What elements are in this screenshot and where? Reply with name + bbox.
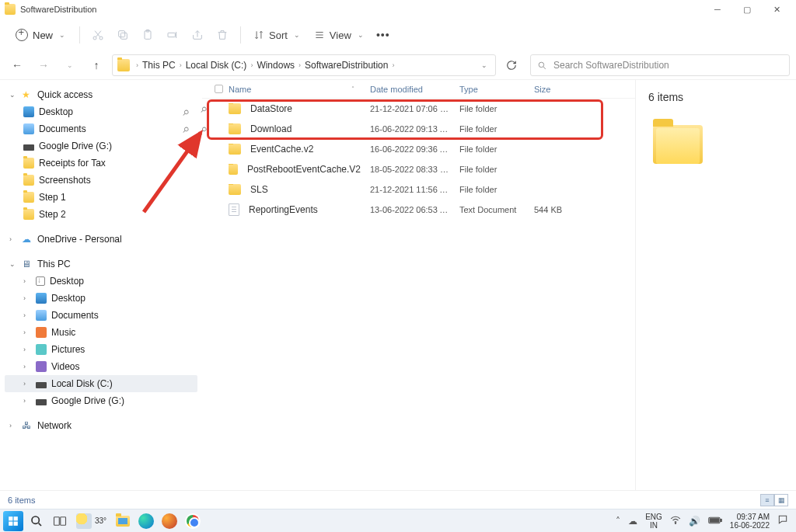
file-row[interactable]: ReportingEvents13-06-2022 06:53 AMText D… <box>202 200 635 220</box>
sidebar-item-desktop[interactable]: ›Desktop <box>5 290 197 307</box>
expand-icon[interactable]: › <box>23 329 31 336</box>
copy-button[interactable] <box>111 23 134 47</box>
volume-icon[interactable]: 🔊 <box>689 516 700 527</box>
expand-icon[interactable]: › <box>23 294 31 302</box>
sidebar-quick-access[interactable]: ⌄ ★ Quick access <box>5 86 197 103</box>
sidebar-item-pictures[interactable]: ›Pictures <box>5 341 197 358</box>
back-button[interactable]: ← <box>6 54 28 76</box>
separator <box>79 26 80 43</box>
start-button[interactable] <box>3 511 23 531</box>
close-button[interactable]: ✕ <box>762 0 791 19</box>
expand-icon[interactable]: › <box>23 277 31 285</box>
sidebar-item-desktop[interactable]: ›Desktop <box>5 273 197 290</box>
sidebar-item-step-1[interactable]: Step 1 <box>5 189 197 206</box>
expand-icon[interactable]: › <box>9 235 17 243</box>
rename-button[interactable] <box>161 23 184 47</box>
delete-button[interactable] <box>211 23 234 47</box>
notifications-icon[interactable] <box>777 514 788 527</box>
file-row[interactable]: PostRebootEventCache.V218-05-2022 08:33 … <box>202 159 635 179</box>
forward-button[interactable]: → <box>33 54 54 76</box>
expand-icon[interactable]: › <box>23 311 31 319</box>
up-button[interactable]: ↑ <box>86 54 107 76</box>
file-name-cell: SLS <box>224 184 365 195</box>
task-view-button[interactable] <box>50 511 70 531</box>
file-type-cell: File folder <box>455 165 529 174</box>
column-name[interactable]: Name˄ <box>224 85 365 94</box>
music-icon <box>36 327 47 338</box>
sidebar-onedrive[interactable]: › ☁ OneDrive - Personal <box>5 231 197 248</box>
sidebar-item-step-2[interactable]: Step 2 <box>5 206 197 223</box>
sidebar-item-videos[interactable]: ›Videos <box>5 358 197 375</box>
collapse-icon[interactable]: ⌄ <box>9 260 17 268</box>
refresh-button[interactable] <box>501 54 522 76</box>
breadcrumb-item[interactable]: SoftwareDistribution <box>303 60 389 71</box>
file-row[interactable]: ⚲DataStore21-12-2021 07:06 PMFile folder <box>202 99 635 119</box>
language-indicator[interactable]: ENG IN <box>645 513 662 530</box>
breadcrumb-item[interactable]: Local Disk (C:) <box>184 60 249 71</box>
sidebar-network[interactable]: › 🖧 Network <box>5 417 197 434</box>
onedrive-tray-icon[interactable]: ☁ <box>628 516 637 527</box>
file-row[interactable]: ⚲Download16-06-2022 09:13 AMFile folder <box>202 119 635 139</box>
folder-icon <box>23 209 34 220</box>
column-type[interactable]: Type <box>455 85 529 94</box>
column-size[interactable]: Size <box>529 85 584 94</box>
minimize-button[interactable]: ─ <box>703 0 732 19</box>
expand-icon[interactable]: › <box>9 422 17 429</box>
sidebar-item-google-drive-g-[interactable]: Google Drive (G:) <box>5 137 197 155</box>
expand-icon[interactable]: › <box>23 346 31 353</box>
maximize-button[interactable]: ▢ <box>732 0 762 19</box>
sidebar-item-receipts-for-tax[interactable]: Receipts for Tax <box>5 155 197 172</box>
file-date-cell: 13-06-2022 06:53 AM <box>365 205 455 214</box>
breadcrumb-item[interactable]: Windows <box>255 60 296 71</box>
battery-icon[interactable] <box>708 516 722 527</box>
file-row[interactable]: EventCache.v216-06-2022 09:36 AMFile fol… <box>202 139 635 159</box>
tray-expand-icon[interactable]: ˄ <box>616 516 620 527</box>
firefox-taskbar[interactable] <box>159 511 180 531</box>
breadcrumb[interactable]: › This PC › Local Disk (C:) › Windows › … <box>112 54 496 76</box>
toolbar: New ⌄ Sort ⌄ View ⌄ ••• <box>0 19 796 51</box>
sidebar-item-label: Step 2 <box>39 209 66 220</box>
cut-button[interactable] <box>86 23 110 47</box>
expand-icon[interactable]: › <box>23 380 31 388</box>
more-button[interactable]: ••• <box>372 23 395 47</box>
file-explorer-taskbar[interactable] <box>113 511 133 531</box>
wifi-icon[interactable] <box>670 515 681 527</box>
clock[interactable]: 09:37 AM 16-06-2022 <box>730 513 770 530</box>
sidebar-this-pc[interactable]: ⌄ 🖥 This PC <box>5 256 197 273</box>
sidebar-item-screenshots[interactable]: Screenshots <box>5 172 197 189</box>
sidebar-item-google-drive-g-[interactable]: ›Google Drive (G:) <box>5 392 197 409</box>
share-button[interactable] <box>186 23 209 47</box>
item-count: 6 items <box>648 91 784 103</box>
chevron-right-icon: › <box>248 61 255 69</box>
breadcrumb-item[interactable]: This PC <box>141 60 177 71</box>
file-date-cell: 21-12-2021 11:56 AM <box>365 185 455 194</box>
sidebar-item-label: Videos <box>51 361 79 372</box>
sidebar-item-local-disk-c-[interactable]: ›Local Disk (C:) <box>5 375 197 392</box>
chrome-taskbar[interactable] <box>183 511 203 531</box>
edge-taskbar[interactable] <box>136 511 156 531</box>
doc-icon <box>23 123 34 134</box>
weather-widget[interactable]: 33° <box>73 513 110 529</box>
file-row[interactable]: SLS21-12-2021 11:56 AMFile folder <box>202 179 635 200</box>
sidebar-item-desktop[interactable]: Desktop⚲ <box>5 103 197 120</box>
column-date[interactable]: Date modified <box>365 85 455 94</box>
svg-rect-16 <box>61 516 66 525</box>
search-taskbar-button[interactable] <box>26 511 47 531</box>
collapse-icon[interactable]: ⌄ <box>9 91 17 99</box>
sort-button[interactable]: Sort ⌄ <box>247 25 306 46</box>
new-button[interactable]: New ⌄ <box>8 24 73 46</box>
select-all-checkbox[interactable] <box>210 85 224 93</box>
thumbnail-view-button[interactable]: ▦ <box>774 494 788 506</box>
sidebar-item-documents[interactable]: Documents⚲ <box>5 120 197 137</box>
expand-icon[interactable]: › <box>23 397 31 405</box>
sidebar-item-documents[interactable]: ›Documents <box>5 307 197 324</box>
paste-button[interactable] <box>136 23 159 47</box>
search-input[interactable]: Search SoftwareDistribution <box>530 54 790 76</box>
view-toggle: ≡ ▦ <box>760 494 788 506</box>
details-view-button[interactable]: ≡ <box>760 494 774 506</box>
chevron-down-icon[interactable]: ⌄ <box>481 61 487 69</box>
sidebar-item-music[interactable]: ›Music <box>5 324 197 341</box>
expand-icon[interactable]: › <box>23 363 31 370</box>
view-button[interactable]: View ⌄ <box>308 25 370 46</box>
recent-dropdown[interactable]: ⌄ <box>59 54 81 76</box>
